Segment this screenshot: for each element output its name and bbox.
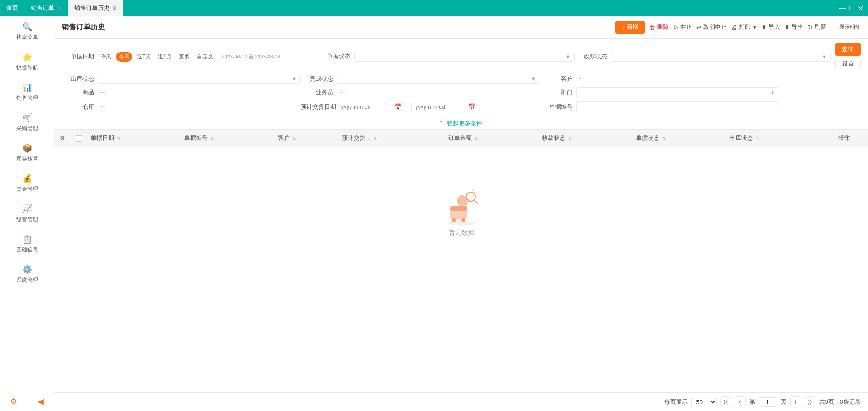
minimize-icon[interactable]: — xyxy=(839,4,846,12)
prev-page-button[interactable]: ⟨ xyxy=(735,396,746,407)
col-customer[interactable]: 客户 ⇅ xyxy=(274,130,338,147)
quick-date-custom[interactable]: 自定义 xyxy=(194,52,216,62)
sidebar-item-business-mgmt[interactable]: 📈 经营管理 xyxy=(0,198,54,229)
sidebar-settings-icon[interactable]: ⚙ xyxy=(10,396,17,406)
sort-delivery-icon[interactable]: ⇅ xyxy=(373,136,377,141)
page-number-input[interactable] xyxy=(759,397,777,407)
show-detail-checkbox[interactable] xyxy=(831,24,837,30)
col-amount-label: 订单金额 xyxy=(448,135,472,141)
col-payment-status[interactable]: 收款状态 ⇅ xyxy=(538,130,632,147)
sort-customer-icon[interactable]: ⇅ xyxy=(293,136,296,141)
sort-amount-icon[interactable]: ⇅ xyxy=(475,136,478,141)
last-page-button[interactable]: ⟩⟩ xyxy=(805,396,815,407)
order-no-input[interactable] xyxy=(576,101,779,112)
warehouse-picker[interactable]: ··· xyxy=(100,103,106,111)
filter-order-no: 单据编号 xyxy=(540,101,779,112)
select-all-checkbox[interactable] xyxy=(76,135,82,142)
close-sales-order-tab[interactable]: ✕ xyxy=(57,5,62,11)
warehouse-control: ··· xyxy=(98,103,301,111)
col-date[interactable]: 单据日期 ⇅ xyxy=(87,130,181,147)
svg-line-9 xyxy=(475,193,477,193)
new-button[interactable]: + 新增 xyxy=(615,21,645,34)
tab-sales-order[interactable]: 销售订单 ✕ xyxy=(24,0,68,16)
collapse-bar[interactable]: ⌃ 收起更多条件 xyxy=(54,117,868,130)
page-size-select[interactable]: 50 10 20 100 xyxy=(691,397,717,407)
quick-date-1month[interactable]: 近1月 xyxy=(155,52,175,62)
col-no[interactable]: 单据编号 ⇅ xyxy=(181,130,274,147)
close-sales-order-history-tab[interactable]: ✕ xyxy=(112,5,117,11)
quick-date-today[interactable]: 今天 xyxy=(116,52,132,62)
tab-home[interactable]: 首页 xyxy=(0,0,24,16)
empty-text: 暂无数据 xyxy=(449,229,474,237)
customer-picker[interactable]: ··· xyxy=(578,75,584,83)
data-table: ⚙ 单据日期 ⇅ 单据编号 ⇅ xyxy=(54,130,868,255)
sidebar-item-quick-nav[interactable]: ⭐ 快捷导航 xyxy=(0,47,54,77)
filter-goods: 商品 ··· xyxy=(62,88,301,97)
sort-order-status-icon[interactable]: ⇅ xyxy=(662,136,666,141)
sidebar-item-fund-mgmt[interactable]: 💰 资金管理 xyxy=(0,168,54,198)
department-arrow: ▼ xyxy=(770,90,775,95)
complete-status-arrow: ▼ xyxy=(531,76,536,82)
fund-mgmt-icon: 💰 xyxy=(22,174,32,184)
stop-button[interactable]: ⊘ 中止 xyxy=(673,23,692,31)
sort-out-status-icon[interactable]: ⇅ xyxy=(756,136,759,141)
sort-date-icon[interactable]: ⇅ xyxy=(117,136,120,141)
export-button[interactable]: ⬇ 导出 xyxy=(785,23,803,31)
next-page-button[interactable]: ⟩ xyxy=(790,396,801,407)
import-label: 导入 xyxy=(768,23,780,31)
sidebar-item-sales-mgmt[interactable]: 📊 销售管理 xyxy=(0,77,54,107)
table-settings-col[interactable]: ⚙ xyxy=(54,130,71,147)
sidebar-item-search-menu[interactable]: 🔍 搜索菜单 xyxy=(0,16,54,47)
sidebar-collapse-icon[interactable]: ◀ xyxy=(38,396,44,406)
cancel-stop-button[interactable]: ↩ 取消中止 xyxy=(696,23,727,31)
import-button[interactable]: ⬆ 导入 xyxy=(762,23,780,31)
col-amount[interactable]: 订单金额 ⇅ xyxy=(445,130,538,147)
payment-status-select[interactable]: ▼ xyxy=(611,52,831,62)
sort-payment-status-icon[interactable]: ⇅ xyxy=(568,136,572,141)
table-checkbox-col[interactable] xyxy=(71,130,87,147)
calendar-start-icon[interactable]: 📅 xyxy=(394,103,402,111)
filter-row-1: 单据日期 昨天 今天 近7天 近1月 更多 自定义 2023-06-02 至 2… xyxy=(62,43,861,70)
sidebar-item-purchase-mgmt[interactable]: 🛒 采购管理 xyxy=(0,107,54,138)
order-status-select[interactable]: ▼ xyxy=(354,52,574,62)
stop-label: 中止 xyxy=(680,23,692,31)
goods-picker[interactable]: ··· xyxy=(100,88,106,97)
order-status-label: 单据状态 xyxy=(318,53,354,61)
sort-no-icon[interactable]: ⇅ xyxy=(211,136,214,141)
sidebar-item-system-mgmt[interactable]: ⚙️ 系统管理 xyxy=(0,259,54,290)
col-delivery[interactable]: 预计交货... ⇅ xyxy=(338,130,445,147)
refresh-button[interactable]: ↻ 刷新 xyxy=(808,23,826,31)
delivery-date-control: 📅 — 📅 xyxy=(337,102,540,112)
out-status-select[interactable]: ▼ xyxy=(98,74,301,84)
delivery-date-end[interactable] xyxy=(411,102,465,112)
quick-date-7days[interactable]: 近7天 xyxy=(134,52,153,62)
col-date-label: 单据日期 xyxy=(91,135,114,141)
calendar-end-icon[interactable]: 📅 xyxy=(468,103,476,111)
page-label-suffix: 页 xyxy=(781,398,786,406)
col-out-status[interactable]: 出库状态 ⇅ xyxy=(726,130,820,147)
delete-icon: 🗑 xyxy=(649,24,655,31)
table-settings-icon[interactable]: ⚙ xyxy=(60,135,65,142)
tab-sales-order-history[interactable]: 销售订单历史 ✕ xyxy=(68,0,123,16)
sidebar-item-basic-info[interactable]: 📋 基础信息 xyxy=(0,229,54,259)
first-page-button[interactable]: ⟨⟨ xyxy=(720,396,731,407)
close-window-icon[interactable]: ✕ xyxy=(858,4,863,13)
sidebar-item-purchase-mgmt-label: 采购管理 xyxy=(16,125,38,132)
payment-status-label: 收款状态 xyxy=(575,53,611,61)
quick-date-more[interactable]: 更多 xyxy=(176,52,192,62)
delivery-date-start[interactable] xyxy=(337,102,391,112)
complete-status-select[interactable]: ▼ xyxy=(337,74,540,84)
quick-date-yesterday[interactable]: 昨天 xyxy=(98,52,114,62)
settings-button[interactable]: 设置 xyxy=(835,58,861,70)
salesperson-picker[interactable]: ··· xyxy=(339,88,345,97)
svg-point-0 xyxy=(448,221,474,226)
delete-button[interactable]: 🗑 删除 xyxy=(649,23,669,31)
department-select[interactable]: ▼ xyxy=(576,87,779,97)
filter-out-status: 出库状态 ▼ xyxy=(62,74,301,84)
print-button[interactable]: 🖨 打印 ▼ xyxy=(731,23,757,31)
col-order-status[interactable]: 单据状态 ⇅ xyxy=(632,130,726,147)
filter-date: 单据日期 昨天 今天 近7天 近1月 更多 自定义 2023-06-02 至 2… xyxy=(62,52,318,62)
sidebar-item-inventory-check[interactable]: 📦 库存核算 xyxy=(0,138,54,168)
query-button[interactable]: 查询 xyxy=(835,43,861,56)
maximize-icon[interactable]: □ xyxy=(849,4,854,12)
